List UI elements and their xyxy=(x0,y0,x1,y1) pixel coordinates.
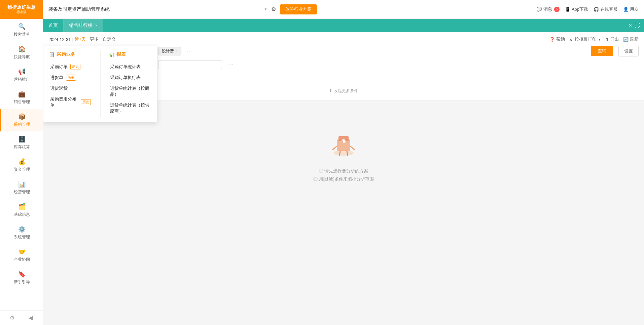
sidebar-label-search: 搜索菜单 xyxy=(14,32,30,37)
menu-item-stock-in[interactable]: 进货单 历史 xyxy=(49,72,92,83)
search-icon: 🔍 xyxy=(18,23,26,30)
menu-item-stock-stats-supplier[interactable]: 进货单统计表（按供应商） xyxy=(109,100,152,117)
main-area: 装备及固定资产辅助管理系统 ▼ ⚙ 体验行业方案 💬 消息 5 📱 App下载 … xyxy=(43,0,644,325)
purchase-icon: 📦 xyxy=(18,113,26,120)
topbar-right: 💬 消息 5 📱 App下载 🎧 在线客服 👤 用友 xyxy=(537,6,639,12)
svg-rect-5 xyxy=(342,143,343,143)
sidebar-label-sales: 销售管理 xyxy=(14,99,30,105)
help-label: 帮助 xyxy=(556,36,565,42)
message-icon: 💬 xyxy=(537,7,542,12)
menu-item-purchase-order[interactable]: 采购订单 历史 xyxy=(49,62,92,72)
topbar-settings-icon[interactable]: ⚙ xyxy=(271,6,276,12)
settings-button[interactable]: 设置 xyxy=(618,46,639,56)
purchase-order-label: 采购订单 xyxy=(50,64,68,70)
window-close-icon[interactable]: × xyxy=(629,23,632,29)
sidebar-item-finance[interactable]: 💰 资金管理 xyxy=(0,154,43,176)
sidebar-label-guide: 新手引导 xyxy=(14,279,30,285)
empty-line2: ② 用[过滤]条件来缩小分析范围 xyxy=(313,176,374,182)
sidebar: 畅捷通好生意 标准版 🔍 搜索菜单 🏠 快捷导航 📢 营销推广 💼 销售管理 📦… xyxy=(0,0,43,325)
app-download-label: App下载 xyxy=(572,6,588,12)
goods-tag-text: 设计费 xyxy=(162,48,174,54)
notification-label: 消息 xyxy=(543,6,552,12)
menu-item-stock-stats-goods[interactable]: 进货单统计表（按商品） xyxy=(109,83,152,100)
query-button[interactable]: 查询 xyxy=(591,46,613,56)
window-maximize-icon[interactable]: ⛶ xyxy=(635,23,640,29)
print-btn[interactable]: 🖨 按模板打印 ▼ xyxy=(569,36,601,42)
sidebar-collapse-btn[interactable]: ◀ xyxy=(23,315,39,321)
goods-tag-remove[interactable]: × xyxy=(175,49,178,53)
refresh-label: 刷新 xyxy=(630,36,639,42)
date-value: 2024-12-31 xyxy=(48,37,71,42)
sidebar-item-search[interactable]: 🔍 搜索菜单 xyxy=(0,19,43,41)
tab-home[interactable]: 首页 xyxy=(43,19,64,32)
collapse-text: 收起更多条件 xyxy=(334,88,358,93)
notification-btn[interactable]: 💬 消息 5 xyxy=(537,6,560,12)
svg-line-9 xyxy=(347,151,348,155)
export-label: 导出 xyxy=(610,36,619,42)
menu-item-order-exec[interactable]: 采购订单执行表 xyxy=(109,72,152,83)
collapse-icon: ⬆ xyxy=(329,88,332,93)
date-shortcut-more[interactable]: 更多 xyxy=(90,36,99,42)
sidebar-item-guide[interactable]: 🔖 新手引导 xyxy=(0,267,43,289)
date-shortcut-7days[interactable]: 近7天 xyxy=(75,36,86,42)
logo-sub-text: 标准版 xyxy=(16,10,27,14)
svg-line-6 xyxy=(333,146,337,150)
sidebar-item-collab[interactable]: 🤝 企业协同 xyxy=(0,244,43,267)
basic-icon: 🗂️ xyxy=(18,203,26,210)
sidebar-item-system[interactable]: ⚙️ 系统管理 xyxy=(0,221,43,244)
sidebar-item-sales[interactable]: 💼 销售管理 xyxy=(0,86,43,109)
toolbar-right: ❓ 帮助 🖨 按模板打印 ▼ ⬆ 导出 🔄 刷新 xyxy=(549,36,639,42)
app-download-btn[interactable]: 📱 App下载 xyxy=(565,6,588,12)
purchase-col-icon: 📋 xyxy=(49,52,55,57)
sidebar-item-marketing[interactable]: 📢 营销推广 xyxy=(0,64,43,86)
svg-line-7 xyxy=(350,146,354,150)
sidebar-settings-btn[interactable]: ⚙ xyxy=(4,315,20,321)
window-controls: × ⛶ xyxy=(625,23,644,29)
phone-icon: 📱 xyxy=(565,7,570,12)
help-icon: ❓ xyxy=(549,37,555,42)
user-btn[interactable]: 👤 用友 xyxy=(623,6,639,12)
purchase-col-title: 📋 采购业务 xyxy=(49,51,92,57)
user-label: 用友 xyxy=(630,6,639,12)
sidebar-item-business[interactable]: 📊 经营管理 xyxy=(0,176,43,199)
industry-plan-button[interactable]: 体验行业方案 xyxy=(280,4,317,14)
sidebar-item-inventory[interactable]: 🗄️ 库存核算 xyxy=(0,131,43,154)
help-btn[interactable]: ❓ 帮助 xyxy=(549,36,565,42)
title-dropdown-arrow[interactable]: ▼ xyxy=(264,7,267,11)
empty-illustration xyxy=(327,128,360,161)
purchase-order-history: 历史 xyxy=(70,64,80,70)
menu-item-return[interactable]: 进货退货 xyxy=(49,83,92,94)
sidebar-item-quicknav[interactable]: 🏠 快捷导航 xyxy=(0,41,43,64)
sidebar-item-basic[interactable]: 🗂️ 基础信息 xyxy=(0,199,43,221)
online-service-btn[interactable]: 🎧 在线客服 xyxy=(594,6,618,12)
sidebar-label-quicknav: 快捷导航 xyxy=(14,54,30,60)
home-icon: 🏠 xyxy=(18,45,26,53)
goods-more[interactable]: ··· xyxy=(187,48,193,54)
tab-home-label: 首页 xyxy=(48,23,58,29)
sidebar-label-finance: 资金管理 xyxy=(14,167,30,172)
export-btn[interactable]: ⬆ 导出 xyxy=(605,36,619,42)
notification-badge: 5 xyxy=(554,7,560,12)
menu-item-order-stats[interactable]: 采购订单统计表 xyxy=(109,62,152,72)
date-separator: | xyxy=(72,37,73,42)
print-dropdown-arrow[interactable]: ▼ xyxy=(598,38,601,41)
tab-sales-rank[interactable]: 销售排行榜 × xyxy=(64,19,103,32)
tab-close-icon[interactable]: × xyxy=(95,23,98,28)
stock-in-label: 进货单 xyxy=(50,75,63,81)
sales-icon: 💼 xyxy=(18,90,26,98)
salesman-more[interactable]: ··· xyxy=(227,62,234,68)
date-shortcut-custom[interactable]: 自定义 xyxy=(103,36,116,42)
purchase-menu-col: 📋 采购业务 采购订单 历史 进货单 历史 进货退货 xyxy=(49,51,92,117)
menu-item-expense[interactable]: 采购费用分摊单 历史 xyxy=(49,94,92,111)
sidebar-label-inventory: 库存核算 xyxy=(14,144,30,150)
inventory-icon: 🗄️ xyxy=(18,135,26,143)
business-icon: 📊 xyxy=(18,180,26,188)
empty-text-2: 用[过滤]条件来缩小分析范围 xyxy=(319,176,374,181)
salesman-input[interactable] xyxy=(158,60,222,69)
sidebar-bottom: ⚙ ◀ xyxy=(0,310,43,325)
refresh-btn[interactable]: 🔄 刷新 xyxy=(623,36,639,42)
online-service-label: 在线客服 xyxy=(600,6,618,12)
sidebar-item-purchase[interactable]: 📦 采购管理 xyxy=(0,109,43,131)
sidebar-label-collab: 企业协同 xyxy=(14,257,30,262)
goods-tag: 设计费 × xyxy=(158,47,181,55)
